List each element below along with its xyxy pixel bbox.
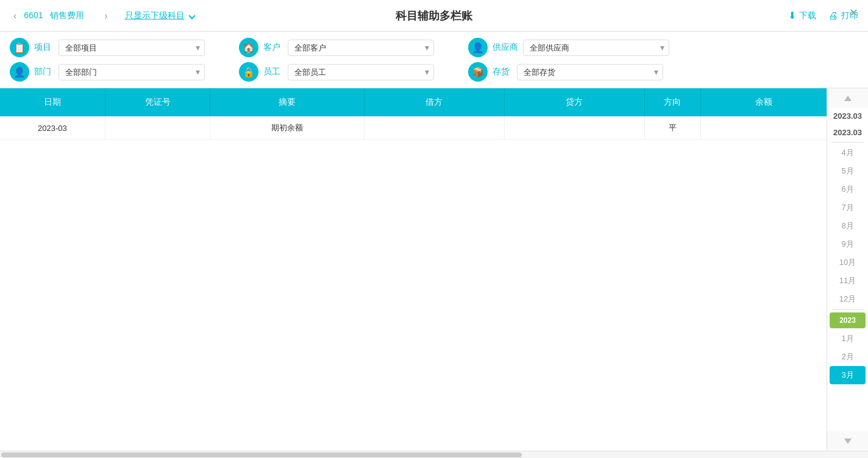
employee-select[interactable]: 全部员工 xyxy=(288,64,434,80)
show-sub-arrow-icon xyxy=(188,12,195,19)
cell-credit xyxy=(504,116,644,140)
employee-icon: 🔒 xyxy=(239,62,258,82)
timeline-item[interactable]: 2023 xyxy=(830,312,866,328)
chevron-down-icon xyxy=(844,439,852,444)
employee-label: 员工 xyxy=(263,66,283,77)
timeline-item[interactable]: 2023.03 xyxy=(827,108,868,124)
next-account-button[interactable]: › xyxy=(101,9,111,23)
header-credit: 贷方 xyxy=(504,88,644,116)
bottom-scrollbar[interactable] xyxy=(0,451,868,458)
scrollbar-thumb[interactable] xyxy=(1,453,522,457)
timeline-item[interactable]: 10月 xyxy=(827,253,868,272)
customer-select-wrapper: 全部客户 xyxy=(288,40,434,56)
project-select-wrapper: 全部项目 xyxy=(59,40,205,56)
timeline-scroll-up-button[interactable] xyxy=(827,88,868,108)
cell-date: 2023-03 xyxy=(0,116,105,140)
timeline-items: 2023.032023.034月5月6月7月8月9月10月11月12月20231… xyxy=(827,108,868,431)
timeline-item[interactable]: 8月 xyxy=(827,217,868,235)
customer-icon: 🏠 xyxy=(239,38,258,57)
timeline-item[interactable]: 6月 xyxy=(827,180,868,199)
timeline-scroll-down-button[interactable] xyxy=(827,431,868,451)
print-icon: 🖨 xyxy=(828,10,838,21)
top-bar: ‹ 6601 销售费用 › 只显示下级科目 科目辅助多栏账 ⬇ 下载 🖨 打印 xyxy=(0,0,868,32)
project-select[interactable]: 全部项目 xyxy=(59,40,205,56)
project-filter-item: 📋 项目 全部项目 xyxy=(10,38,205,57)
dept-label: 部门 xyxy=(34,66,54,77)
account-name: 销售费用 xyxy=(50,10,84,20)
filter-bar: 📋 项目 全部项目 🏠 客户 全部客户 xyxy=(0,32,868,88)
employee-filter-item: 🔒 员工 全部员工 xyxy=(239,62,434,82)
dept-filter-item: 👤 部门 全部部门 xyxy=(10,62,205,82)
cell-direction: 平 xyxy=(644,116,700,140)
table-row: 2023-03期初余额平 xyxy=(0,116,827,140)
dept-icon: 👤 xyxy=(10,62,29,82)
table-body: 2023-03期初余额平 xyxy=(0,116,827,140)
table-main[interactable]: 日期 凭证号 摘要 借方 贷方 方向 余额 2023-03期初余额平 xyxy=(0,88,827,451)
header-balance: 余额 xyxy=(700,88,827,116)
timeline-item[interactable]: 4月 xyxy=(827,144,868,162)
page-title: 科目辅助多栏账 xyxy=(396,9,472,23)
customer-select[interactable]: 全部客户 xyxy=(288,40,434,56)
inventory-select[interactable]: 全部存货 xyxy=(517,64,663,80)
timeline-separator xyxy=(831,142,864,143)
table-header-row: 日期 凭证号 摘要 借方 贷方 方向 余额 xyxy=(0,88,827,116)
timeline-item[interactable]: 5月 xyxy=(827,162,868,180)
header-voucher: 凭证号 xyxy=(105,88,210,116)
timeline-item[interactable]: 3月 xyxy=(830,366,866,384)
customer-label: 客户 xyxy=(263,42,283,53)
download-button[interactable]: ⬇ 下载 xyxy=(788,10,816,21)
supplier-filter-item: 👤 供应商 全部供应商 xyxy=(468,38,669,57)
filter-row-2: 👤 部门 全部部门 🔒 员工 全部员工 xyxy=(10,62,858,82)
inventory-filter-item: 📦 存货 全部存货 xyxy=(468,62,663,82)
download-icon: ⬇ xyxy=(788,10,796,21)
employee-select-wrapper: 全部员工 xyxy=(288,64,434,80)
supplier-icon: 👤 xyxy=(468,38,488,57)
main-window: ‹ 6601 销售费用 › 只显示下级科目 科目辅助多栏账 ⬇ 下载 🖨 打印 xyxy=(0,0,868,458)
supplier-label: 供应商 xyxy=(493,42,518,53)
inventory-select-wrapper: 全部存货 xyxy=(517,64,663,80)
timeline-item[interactable]: 12月 xyxy=(827,290,868,308)
account-code: 6601 xyxy=(24,10,43,20)
inventory-icon: 📦 xyxy=(468,62,488,82)
header-date: 日期 xyxy=(0,88,105,116)
header-summary: 摘要 xyxy=(210,88,365,116)
cell-debit xyxy=(365,116,505,140)
inventory-label: 存货 xyxy=(493,66,512,77)
timeline-item[interactable]: 7月 xyxy=(827,199,868,217)
account-label: 6601 销售费用 xyxy=(24,10,97,21)
ledger-table: 日期 凭证号 摘要 借方 贷方 方向 余额 2023-03期初余额平 xyxy=(0,88,827,140)
filter-row-1: 📋 项目 全部项目 🏠 客户 全部客户 xyxy=(10,38,858,57)
close-button[interactable]: ✕ xyxy=(849,6,858,19)
account-nav: ‹ 6601 销售费用 › 只显示下级科目 xyxy=(10,9,194,23)
header-debit: 借方 xyxy=(365,88,505,116)
supplier-select[interactable]: 全部供应商 xyxy=(523,40,669,56)
timeline-item[interactable]: 2月 xyxy=(827,348,868,366)
top-actions: ⬇ 下载 🖨 打印 ✕ xyxy=(788,10,858,21)
project-icon: 📋 xyxy=(10,38,29,57)
table-container: 日期 凭证号 摘要 借方 贷方 方向 余额 2023-03期初余额平 xyxy=(0,88,868,451)
timeline-item[interactable]: 9月 xyxy=(827,235,868,253)
prev-account-button[interactable]: ‹ xyxy=(10,9,20,23)
project-label: 项目 xyxy=(34,42,54,53)
cell-balance xyxy=(700,116,827,140)
dept-select[interactable]: 全部部门 xyxy=(59,64,205,80)
timeline-item[interactable]: 1月 xyxy=(827,329,868,348)
customer-filter-item: 🏠 客户 全部客户 xyxy=(239,38,434,57)
timeline-item[interactable]: 2023.03 xyxy=(827,124,868,141)
timeline-separator xyxy=(831,309,864,310)
cell-summary: 期初余额 xyxy=(210,116,365,140)
timeline-item[interactable]: 11月 xyxy=(827,272,868,290)
chevron-up-icon xyxy=(844,96,852,101)
supplier-select-wrapper: 全部供应商 xyxy=(523,40,669,56)
show-sub-button[interactable]: 只显示下级科目 xyxy=(125,10,194,21)
side-timeline: 2023.032023.034月5月6月7月8月9月10月11月12月20231… xyxy=(827,88,868,451)
header-direction: 方向 xyxy=(644,88,700,116)
cell-voucher xyxy=(105,116,210,140)
dept-select-wrapper: 全部部门 xyxy=(59,64,205,80)
